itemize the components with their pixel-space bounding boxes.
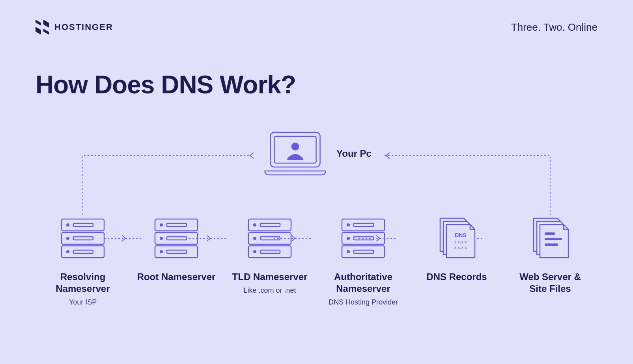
- node-web-server: Web Server & Site Files: [511, 217, 590, 307]
- dns-records-icon: DNS x.x.x.x x.x.x.x: [433, 217, 480, 260]
- node-dns-records: DNS x.x.x.x x.x.x.x DNS Records: [417, 217, 496, 307]
- site-files-icon: [527, 217, 574, 260]
- svg-rect-12: [73, 223, 93, 227]
- node-title: Resolving Nameserver: [43, 271, 122, 295]
- svg-rect-34: [260, 250, 280, 253]
- svg-point-31: [253, 237, 256, 240]
- svg-rect-39: [354, 223, 373, 227]
- node-tld-nameserver: TLD Nameserver Like .com or .net: [230, 217, 309, 307]
- svg-point-7: [291, 143, 299, 150]
- node-title: DNS Records: [426, 271, 487, 283]
- svg-point-11: [66, 223, 69, 227]
- node-title: Root Nameserver: [137, 271, 216, 283]
- svg-point-42: [347, 250, 350, 253]
- hostinger-logo-icon: [35, 20, 49, 35]
- node-title: Web Server & Site Files: [511, 271, 590, 295]
- svg-rect-25: [167, 250, 187, 253]
- svg-rect-32: [260, 237, 280, 240]
- server-icon: [340, 217, 387, 260]
- node-title: Authoritative Nameserver: [324, 271, 403, 295]
- svg-rect-41: [354, 237, 373, 240]
- server-icon: [59, 217, 106, 260]
- server-icon: [246, 217, 293, 260]
- svg-rect-14: [73, 237, 93, 240]
- svg-rect-23: [167, 237, 187, 240]
- svg-rect-16: [73, 250, 93, 253]
- svg-rect-30: [260, 223, 280, 227]
- dns-doc-line1: x.x.x.x: [454, 240, 467, 244]
- node-authoritative-nameserver: Authoritative Nameserver DNS Hosting Pro…: [324, 217, 403, 307]
- svg-point-29: [253, 223, 256, 227]
- page-title: How Does DNS Work?: [35, 70, 633, 99]
- dns-flow-diagram: Your Pc Resolving Nameserver Your ISP: [0, 130, 633, 364]
- svg-point-13: [66, 237, 69, 240]
- node-root-nameserver: Root Nameserver: [137, 217, 216, 307]
- your-pc-label: Your Pc: [336, 148, 372, 159]
- svg-point-22: [160, 237, 163, 240]
- svg-rect-44: [545, 232, 555, 235]
- node-subtitle: DNS Hosting Provider: [329, 298, 398, 307]
- svg-point-33: [253, 250, 256, 253]
- svg-rect-21: [167, 223, 187, 227]
- svg-rect-45: [545, 238, 562, 240]
- svg-point-40: [347, 237, 350, 240]
- laptop-icon: [261, 130, 329, 177]
- svg-point-20: [160, 223, 163, 227]
- dns-doc-line2: x.x.x.x: [454, 245, 467, 250]
- brand-name: HOSTINGER: [54, 22, 113, 32]
- node-subtitle: Your ISP: [69, 298, 97, 307]
- node-subtitle: Like .com or .net: [243, 286, 296, 295]
- svg-point-38: [347, 223, 350, 227]
- svg-point-15: [66, 250, 69, 253]
- server-icon: [153, 217, 200, 260]
- node-resolving-nameserver: Resolving Nameserver Your ISP: [43, 217, 122, 307]
- svg-rect-46: [545, 243, 558, 246]
- dns-doc-heading: DNS: [455, 232, 467, 238]
- svg-rect-43: [354, 250, 373, 253]
- tagline: Three. Two. Online: [511, 21, 598, 33]
- brand-logo: HOSTINGER: [35, 20, 113, 35]
- svg-point-24: [160, 250, 163, 253]
- node-title: TLD Nameserver: [232, 271, 308, 283]
